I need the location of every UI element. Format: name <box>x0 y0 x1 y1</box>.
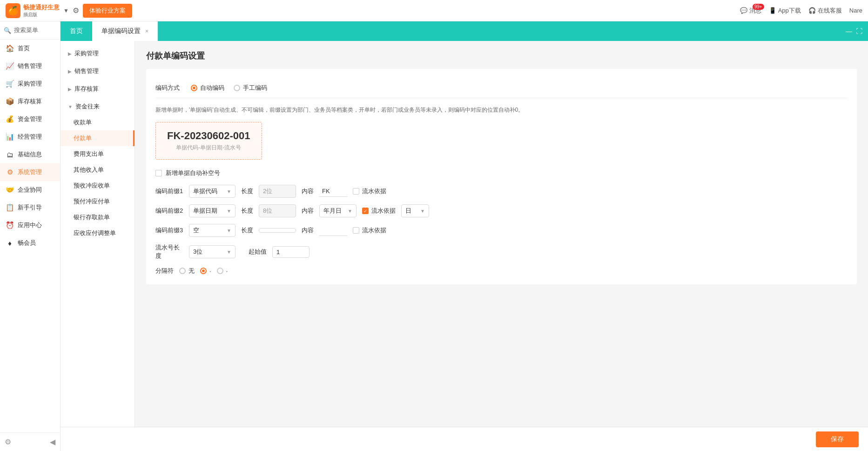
user-info[interactable]: Nare <box>849 7 862 14</box>
sub-nav-item-ar-ap[interactable]: 应收应付调整单 <box>61 225 135 241</box>
sub-nav-item-other-income[interactable]: 其他收入单 <box>61 162 135 178</box>
trial-btn[interactable]: 体验行业方案 <box>83 4 132 18</box>
sidebar-item-app-center-label: 应用中心 <box>18 221 42 229</box>
sub-nav-group-purchase-title[interactable]: ▶ 采购管理 <box>61 46 135 61</box>
serial2-check-wrap: ✓ 流水依据 <box>362 207 396 215</box>
system-icon: ⚙ <box>6 168 14 176</box>
tab-home-label: 首页 <box>70 27 83 35</box>
sub-nav-group-funds-title[interactable]: ▼ 资金往来 <box>61 99 135 114</box>
sub-nav-group-funds-label: 资金往来 <box>75 102 100 111</box>
prefix1-arrow-icon: ▼ <box>227 189 231 194</box>
sidebar-item-sales[interactable]: 📈 销售管理 <box>0 57 60 75</box>
serial1-checkbox[interactable] <box>353 188 359 195</box>
sub-nav-item-payment[interactable]: 付款单 <box>61 130 135 146</box>
tab-home[interactable]: 首页 <box>61 21 92 41</box>
bottom-gear-btn[interactable]: ⚙ <box>5 438 11 446</box>
content3-input[interactable] <box>319 225 347 236</box>
prefix1-select[interactable]: 单据代码 ▼ <box>189 185 236 198</box>
prefix3-select[interactable]: 空 ▼ <box>189 224 236 237</box>
sidebar-item-system[interactable]: ⚙ 系统管理 <box>0 163 60 181</box>
sub-sidebar: ▶ 采购管理 ▶ 销售管理 ▶ 库存核算 <box>61 41 135 427</box>
bottom-bar: 保存 <box>61 427 868 451</box>
sep-radio-none[interactable]: 无 <box>179 267 195 275</box>
sub-nav-group-funds: ▼ 资金往来 收款单 付款单 费用支出单 其他收入单 预收冲应收单 预付冲应付单… <box>61 99 135 241</box>
message-icon: 💬 <box>740 7 747 14</box>
code-preview-box: FK-20230602-001 单据代码-单据日期-流水号 <box>155 122 262 160</box>
top-bar-left: 🍊 畅捷通好生意 插启版 ▼ ⚙ 体验行业方案 <box>6 3 740 18</box>
save-button[interactable]: 保存 <box>816 431 859 447</box>
sidebar-item-home[interactable]: 🏠 首页 <box>0 40 60 57</box>
sub-nav-group-sales-title[interactable]: ▶ 销售管理 <box>61 63 135 79</box>
sidebar-item-enterprise-label: 企业协同 <box>18 186 42 194</box>
operations-icon: 📊 <box>6 133 14 141</box>
radio-auto-dot <box>191 85 197 91</box>
auto-fill-checkbox[interactable] <box>155 170 162 176</box>
message-badge-wrap[interactable]: 💬 消息 99+ <box>740 7 761 15</box>
sub-nav-item-receipt[interactable]: 收款单 <box>61 114 135 130</box>
tab-close-icon[interactable]: × <box>145 28 148 34</box>
sidebar-search[interactable]: 🔍 搜索菜单 <box>0 21 60 40</box>
app-center-icon: ⏰ <box>6 221 14 229</box>
length1-input: 2位 <box>259 185 296 198</box>
serial-length-select[interactable]: 3位 ▼ <box>189 245 236 258</box>
sidebar-item-inventory[interactable]: 📦 库存核算 <box>0 93 60 110</box>
serial-length-arrow-icon: ▼ <box>227 249 231 255</box>
form-row-serial: 流水号长度 3位 ▼ 起始值 <box>155 243 848 260</box>
dropdown-arrow-btn[interactable]: ▼ <box>63 7 69 14</box>
radio-auto-encoding[interactable]: 自动编码 <box>191 84 224 92</box>
sidebar-item-app-center[interactable]: ⏰ 应用中心 <box>0 216 60 234</box>
brand-sub: 插启版 <box>23 12 60 18</box>
length2-input: 8位 <box>259 204 296 217</box>
serial2-checkbox[interactable]: ✓ <box>362 208 369 214</box>
sidebar-item-finance[interactable]: 💰 资金管理 <box>0 110 60 128</box>
serial2-unit-select[interactable]: 日 ▼ <box>401 204 429 217</box>
content-area: 首页 单据编码设置 × — ⛶ ▶ 采购管理 <box>61 21 868 451</box>
sub-nav-item-expense[interactable]: 费用支出单 <box>61 146 135 162</box>
online-service-label: 在线客服 <box>818 7 842 15</box>
start-value-input[interactable] <box>272 246 310 258</box>
sidebar-item-purchase-label: 采购管理 <box>18 80 42 88</box>
sidebar-item-purchase[interactable]: 🛒 采购管理 <box>0 75 60 93</box>
auto-fill-label: 新增单据自动补空号 <box>166 169 220 177</box>
tab-minimize-btn[interactable]: — <box>846 27 852 35</box>
start-value-label: 起始值 <box>249 248 267 256</box>
sub-nav-item-advance-recv[interactable]: 预收冲应收单 <box>61 178 135 194</box>
sidebar-item-member[interactable]: ♦ 畅会员 <box>0 234 60 252</box>
sidebar-item-guide[interactable]: 📋 新手引导 <box>0 199 60 216</box>
content2-label: 内容 <box>302 207 314 215</box>
sidebar-item-basic-info[interactable]: 🗂 基础信息 <box>0 146 60 163</box>
sidebar-item-system-label: 系统管理 <box>18 168 42 176</box>
tab-encoding[interactable]: 单据编码设置 × <box>92 21 158 41</box>
sub-nav-item-advance-pay[interactable]: 预付冲应付单 <box>61 194 135 209</box>
prefix3-label: 编码前缀3 <box>155 226 183 235</box>
online-service-wrap[interactable]: 🎧 在线客服 <box>808 7 842 15</box>
serial3-checkbox[interactable] <box>353 227 359 234</box>
tab-expand-btn[interactable]: ⛶ <box>856 27 862 35</box>
prefix1-label: 编码前缀1 <box>155 187 183 195</box>
bottom-collapse-btn[interactable]: ◀ <box>50 438 55 446</box>
content2-select[interactable]: 年月日 ▼ <box>319 204 357 217</box>
radio-manual-encoding[interactable]: 手工编码 <box>234 84 267 92</box>
sidebar-item-enterprise[interactable]: 🤝 企业协同 <box>0 181 60 199</box>
sep-radio-dot[interactable]: · <box>200 268 211 275</box>
page-title: 付款单编码设置 <box>146 50 857 61</box>
sidebar-item-inventory-label: 库存核算 <box>18 97 42 106</box>
content1-input[interactable] <box>319 186 347 197</box>
tab-encoding-label: 单据编码设置 <box>101 27 141 35</box>
sep-radio-dot2[interactable]: · <box>217 268 228 275</box>
app-download-wrap[interactable]: 📱 App下载 <box>769 7 801 15</box>
sub-nav-item-bank[interactable]: 银行存取款单 <box>61 209 135 225</box>
sub-nav-group-inventory-title[interactable]: ▶ 库存核算 <box>61 81 135 97</box>
sidebar-item-home-label: 首页 <box>18 44 30 53</box>
length1-label: 长度 <box>241 187 253 195</box>
guide-icon: 📋 <box>6 203 14 212</box>
serial2-unit-value: 日 <box>405 207 411 215</box>
prefix2-select[interactable]: 单据日期 ▼ <box>189 204 236 217</box>
sidebar-item-basic-info-label: 基础信息 <box>18 150 42 159</box>
sep-label-dot2: · <box>226 268 228 275</box>
brand: 🍊 畅捷通好生意 插启版 <box>6 3 60 18</box>
sidebar-item-operations[interactable]: 📊 经营管理 <box>0 128 60 146</box>
settings-gear-btn[interactable]: ⚙ <box>73 6 79 15</box>
radio-manual-label: 手工编码 <box>243 84 267 92</box>
serial1-check-wrap: 流水依据 <box>353 187 386 195</box>
